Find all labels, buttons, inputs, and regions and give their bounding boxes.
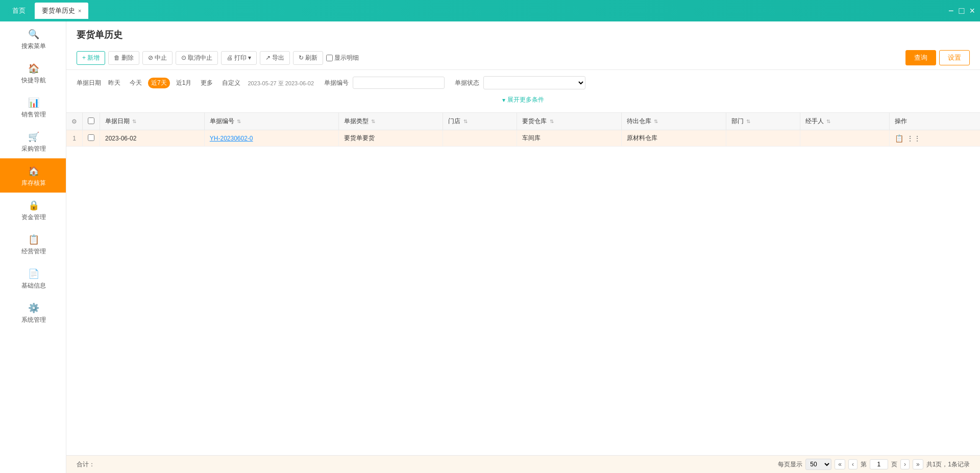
cancel-stop-button[interactable]: ⊙ 取消中止: [176, 51, 218, 65]
prev-page-button[interactable]: ‹: [848, 459, 857, 469]
page-size-select[interactable]: 50 10 20 100: [805, 459, 831, 470]
tab-close-icon[interactable]: ×: [78, 8, 81, 14]
status-select[interactable]: [483, 76, 585, 89]
col-docno[interactable]: 单据编号 ⇅: [204, 113, 338, 130]
date-btn-custom[interactable]: 自定义: [219, 78, 243, 88]
col-settings[interactable]: ⚙: [66, 113, 83, 130]
filter-area: 单据日期 昨天 今天 近7天 近1月 更多 自定义 2023-05-27 至 2…: [66, 70, 980, 113]
col-checkbox: [83, 113, 100, 130]
sidebar: 🔍 搜索菜单 🏠 快捷导航 📊 销售管理 🛒 采购管理 🏠 库存核算 🔒 资金管…: [0, 21, 66, 473]
sidebar-item-basic-info[interactable]: 📄 基础信息: [0, 261, 66, 295]
row-more-icon[interactable]: ⋮⋮: [906, 134, 921, 143]
docno-filter-label: 单据编号: [324, 79, 349, 87]
print-label: 打印: [234, 54, 247, 62]
maximize-icon[interactable]: □: [959, 6, 965, 16]
row-docno[interactable]: YH-20230602-0: [204, 130, 338, 147]
refresh-icon: ↻: [299, 54, 304, 61]
row-settings-cell: 1: [66, 130, 83, 147]
display-detail-checkbox[interactable]: 显示明细: [326, 54, 359, 62]
new-button[interactable]: + 新增: [77, 51, 105, 65]
export-label: 导出: [272, 54, 284, 62]
search-menu-icon: 🔍: [28, 29, 39, 40]
sidebar-item-finance-mgmt-label: 资金管理: [21, 213, 46, 222]
row-edit-icon[interactable]: 📋: [895, 134, 903, 143]
sidebar-item-sales-mgmt-label: 销售管理: [21, 110, 46, 119]
date-btn-yesterday[interactable]: 昨天: [105, 78, 124, 88]
sidebar-item-inventory[interactable]: 🏠 库存核算: [0, 158, 66, 193]
stop-button[interactable]: ⊘ 中止: [142, 51, 173, 65]
filter-row-1: 单据日期 昨天 今天 近7天 近1月 更多 自定义 2023-05-27 至 2…: [77, 76, 970, 89]
sidebar-item-finance-mgmt[interactable]: 🔒 资金管理: [0, 193, 66, 227]
display-detail-label: 显示明细: [334, 54, 359, 62]
next-page-button[interactable]: ›: [900, 459, 910, 469]
sidebar-item-quick-nav-label: 快捷导航: [21, 76, 46, 85]
page-input[interactable]: [870, 459, 888, 469]
sort-docno-icon: ⇅: [237, 119, 241, 124]
date-btn-today[interactable]: 今天: [127, 78, 145, 88]
col-ops: 操作: [889, 113, 980, 130]
minimize-icon[interactable]: −: [948, 6, 954, 16]
select-all-checkbox[interactable]: [88, 117, 94, 124]
delete-button[interactable]: 🗑 删除: [108, 51, 139, 65]
row-handler: [800, 130, 889, 147]
col-store[interactable]: 门店 ⇅: [443, 113, 517, 130]
date-btn-7days[interactable]: 近7天: [148, 78, 170, 88]
toolbar: + 新增 🗑 删除 ⊘ 中止 ⊙ 取消中止 🖨 打印 ▾: [77, 46, 970, 69]
row-checkbox[interactable]: [88, 134, 94, 141]
sidebar-item-ops-mgmt[interactable]: 📋 经营管理: [0, 227, 66, 261]
expand-more-btn[interactable]: ▾ 展开更多条件: [77, 93, 970, 106]
table-header-row: ⚙ 单据日期 ⇅ 单据编号 ⇅ 单据类型: [66, 113, 980, 130]
tab-purchase-history[interactable]: 要货单历史 ×: [35, 3, 88, 19]
date-btn-1month[interactable]: 近1月: [173, 78, 195, 88]
sys-mgmt-icon: ⚙️: [28, 302, 39, 314]
display-detail-check[interactable]: [326, 55, 333, 61]
print-button[interactable]: 🖨 打印 ▾: [221, 51, 257, 65]
quick-nav-icon: 🏠: [28, 63, 39, 74]
sidebar-item-quick-nav[interactable]: 🏠 快捷导航: [0, 56, 66, 90]
col-dept[interactable]: 部门 ⇅: [726, 113, 800, 130]
refresh-button[interactable]: ↻ 刷新: [293, 51, 323, 65]
pagination: 每页显示 50 10 20 100 « ‹ 第 页 › » 共1页，1条记录: [778, 459, 970, 470]
sort-dept-icon: ⇅: [746, 119, 750, 124]
row-checkbox-cell[interactable]: [83, 130, 100, 147]
date-btn-more[interactable]: 更多: [198, 78, 216, 88]
page-title: 要货单历史: [77, 29, 970, 41]
finance-mgmt-icon: 🔒: [28, 200, 39, 211]
page-size-label: 每页显示: [778, 460, 802, 469]
expand-more-label: 展开更多条件: [507, 96, 544, 104]
filter-group-docno: 单据编号: [324, 77, 445, 89]
export-button[interactable]: ↗ 导出: [260, 51, 290, 65]
col-pending-warehouse[interactable]: 待出仓库 ⇅: [622, 113, 726, 130]
sidebar-item-sys-mgmt[interactable]: ⚙️ 系统管理: [0, 295, 66, 329]
sidebar-item-basic-info-label: 基础信息: [21, 281, 46, 290]
delete-label: 删除: [121, 54, 134, 62]
col-req-warehouse[interactable]: 要货仓库 ⇅: [517, 113, 622, 130]
row-docno-link[interactable]: YH-20230602-0: [210, 135, 253, 142]
col-doctype[interactable]: 单据类型 ⇅: [338, 113, 443, 130]
row-date: 2023-06-02: [100, 130, 205, 147]
col-handler[interactable]: 经手人 ⇅: [800, 113, 889, 130]
tab-home[interactable]: 首页: [5, 3, 33, 19]
footer: 合计： 每页显示 50 10 20 100 « ‹ 第 页 › » 共1页，1条…: [66, 455, 980, 473]
last-page-button[interactable]: »: [913, 459, 923, 469]
docno-input[interactable]: [353, 77, 445, 89]
filter-group-date: 单据日期 昨天 今天 近7天 近1月 更多 自定义 2023-05-27 至 2…: [77, 78, 314, 88]
refresh-label: 刷新: [305, 54, 317, 62]
first-page-button[interactable]: «: [835, 459, 845, 469]
op-icons: 📋 ⋮⋮: [895, 134, 975, 143]
col-date[interactable]: 单据日期 ⇅: [100, 113, 205, 130]
table-container: ⚙ 单据日期 ⇅ 单据编号 ⇅ 单据类型: [66, 113, 980, 455]
sort-doctype-icon: ⇅: [371, 119, 375, 124]
close-window-icon[interactable]: ×: [969, 6, 975, 16]
export-icon: ↗: [265, 54, 271, 61]
settings-button[interactable]: 设置: [939, 50, 970, 65]
sidebar-item-sales-mgmt[interactable]: 📊 销售管理: [0, 90, 66, 124]
footer-total: 合计：: [77, 460, 95, 469]
tab-purchase-history-label: 要货单历史: [42, 6, 75, 15]
sidebar-item-purchase-mgmt-label: 采购管理: [21, 145, 46, 153]
sidebar-item-search-menu[interactable]: 🔍 搜索菜单: [0, 21, 66, 56]
stop-icon: ⊘: [148, 54, 153, 61]
sort-date-icon: ⇅: [132, 119, 136, 124]
query-button[interactable]: 查询: [905, 50, 936, 65]
sidebar-item-purchase-mgmt[interactable]: 🛒 采购管理: [0, 124, 66, 158]
